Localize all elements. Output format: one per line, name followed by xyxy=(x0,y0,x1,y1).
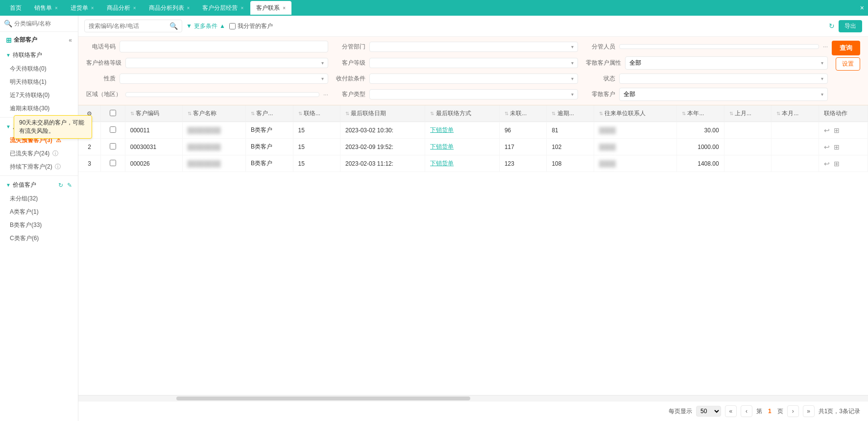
edit-icon[interactable]: ✎ xyxy=(67,182,72,189)
row1-check[interactable] xyxy=(110,126,116,133)
row1-checkbox[interactable] xyxy=(101,122,125,139)
row1-link-icon[interactable]: ↩ xyxy=(824,126,830,134)
close-purchase-icon[interactable]: × xyxy=(91,5,94,11)
price-grade-select[interactable]: ▾ xyxy=(125,58,328,68)
toolbar-search-icon[interactable]: 🔍 xyxy=(169,22,178,30)
col-overdue-sort-icon: ⇅ xyxy=(552,111,555,116)
row2-type: B类客户 xyxy=(246,139,293,155)
nav-tab-home[interactable]: 首页 xyxy=(4,1,27,15)
row3-type: B类客户 xyxy=(246,155,293,172)
row2-method-link[interactable]: 下销货单 xyxy=(430,143,454,150)
export-button[interactable]: 导出 xyxy=(839,20,862,32)
col-overdue[interactable]: ⇅ 逾期... xyxy=(547,105,594,122)
more-filter-button[interactable]: ▼ 更多条件 ▲ xyxy=(186,22,225,30)
col-contact[interactable]: ⇅ 联络... xyxy=(293,105,340,122)
window-close-icon[interactable]: × xyxy=(860,4,864,12)
sidebar-item-a-class[interactable]: A类客户(1) xyxy=(0,205,78,219)
refresh-icon[interactable]: ↻ xyxy=(58,182,63,189)
payment-select[interactable]: ▾ xyxy=(369,74,578,84)
row3-checkbox[interactable] xyxy=(101,155,125,172)
region-select[interactable] xyxy=(125,92,319,97)
col-last-date-sort-icon: ⇅ xyxy=(345,111,349,116)
nav-tab-analysis-list[interactable]: 商品分析列表 × xyxy=(143,1,196,15)
row1-last-method[interactable]: 下销货单 xyxy=(425,122,500,139)
toolbar-search-input[interactable] xyxy=(89,23,168,29)
col-last-date[interactable]: ⇅ 最后联络日期 xyxy=(340,105,425,122)
ungroup-label: 未分组(32) xyxy=(10,195,38,202)
sidebar-group-pending[interactable]: ▼ 待联络客户 xyxy=(0,48,78,62)
sidebar-item-ungroup[interactable]: 未分组(32) xyxy=(0,192,78,205)
row2-checkbox[interactable] xyxy=(101,139,125,155)
sidebar-group-value[interactable]: ▼ 价值客户 ↻ ✎ xyxy=(0,178,78,192)
close-customer-contact-icon[interactable]: × xyxy=(283,5,286,11)
close-analysis-icon[interactable]: × xyxy=(133,5,136,11)
sidebar-item-churned[interactable]: 已流失客户(24) ⓘ xyxy=(0,147,78,160)
row3-last-method[interactable]: 下销货单 xyxy=(425,155,500,172)
row2-check[interactable] xyxy=(110,143,116,149)
row3-check[interactable] xyxy=(110,160,116,166)
customer-type-select[interactable]: ▾ xyxy=(369,89,578,99)
nav-tab-customer-contact[interactable]: 客户联系 × xyxy=(250,1,291,15)
retail-attr-select[interactable]: 全部 ▾ xyxy=(625,56,828,70)
row1-grid-icon[interactable]: ⊞ xyxy=(834,126,840,134)
dept-select[interactable]: ▾ xyxy=(369,42,578,52)
sidebar-item-overdue[interactable]: 逾期未联络(30) xyxy=(0,102,78,115)
manager-select[interactable] xyxy=(619,44,819,49)
page-size-select[interactable]: 50 100 200 xyxy=(696,406,721,417)
status-select[interactable]: ▾ xyxy=(619,74,828,84)
nature-select[interactable]: ▾ xyxy=(120,74,328,84)
row3-link-icon[interactable]: ↩ xyxy=(824,160,830,168)
select-all-checkbox[interactable] xyxy=(110,110,116,116)
col-current-month[interactable]: ⇅ 本月... xyxy=(772,105,819,122)
sidebar-search-input[interactable] xyxy=(14,20,78,27)
manager-dots-icon[interactable]: ··· xyxy=(823,43,828,50)
sidebar-item-declining[interactable]: 持续下滑客户(2) ⓘ xyxy=(0,160,78,173)
row1-method-link[interactable]: 下销货单 xyxy=(430,126,454,133)
sidebar-item-c-class[interactable]: C类客户(6) xyxy=(0,232,78,245)
collapse-icon[interactable]: « xyxy=(69,37,72,44)
col-type[interactable]: ⇅ 客户... xyxy=(246,105,293,122)
row3-grid-icon[interactable]: ⊞ xyxy=(834,160,840,168)
col-contact-person[interactable]: ⇅ 往来单位联系人 xyxy=(594,105,676,122)
phone-input[interactable] xyxy=(120,41,328,52)
next-page-button[interactable]: › xyxy=(787,405,799,417)
nav-tab-purchase[interactable]: 进货单 × xyxy=(65,1,100,15)
retail-select[interactable]: 全部 ▾ xyxy=(619,88,828,101)
my-customers-check[interactable] xyxy=(229,23,236,29)
sidebar-all-customers[interactable]: ⊞ 全部客户 « xyxy=(0,32,78,48)
close-analysis-list-icon[interactable]: × xyxy=(187,5,190,11)
col-checkbox[interactable] xyxy=(101,105,125,122)
filter-panel: 电话号码 分管部门 ▾ 分管人员 xyxy=(78,37,868,105)
close-sales-icon[interactable]: × xyxy=(55,5,58,11)
my-customers-checkbox[interactable]: 我分管的客户 xyxy=(229,22,273,30)
nav-tab-sales[interactable]: 销售单 × xyxy=(28,1,64,15)
scrollbar-thumb[interactable] xyxy=(176,396,470,400)
last-page-button[interactable]: » xyxy=(803,405,815,417)
row2-last-method[interactable]: 下销货单 xyxy=(425,139,500,155)
row3-method-link[interactable]: 下销货单 xyxy=(430,160,454,167)
prev-page-button[interactable]: ‹ xyxy=(741,405,752,417)
region-dots-icon[interactable]: ··· xyxy=(323,91,328,98)
col-no-contact[interactable]: ⇅ 未联... xyxy=(499,105,547,122)
reload-icon[interactable]: ↻ xyxy=(829,22,835,30)
query-button[interactable]: 查询 xyxy=(832,41,860,55)
col-type-sort-icon: ⇅ xyxy=(251,111,255,116)
horizontal-scrollbar[interactable] xyxy=(78,395,868,401)
close-customer-layer-icon[interactable]: × xyxy=(241,5,243,11)
row2-link-icon[interactable]: ↩ xyxy=(824,143,830,151)
sidebar-item-tomorrow[interactable]: 明天待联络(1) xyxy=(0,75,78,89)
row2-grid-icon[interactable]: ⊞ xyxy=(834,143,840,151)
sidebar-item-today[interactable]: 今天待联络(0) xyxy=(0,62,78,75)
nav-tab-analysis[interactable]: 商品分析 × xyxy=(101,1,142,15)
sidebar-item-7days[interactable]: 近7天待联络(0) xyxy=(0,89,78,102)
col-last-method[interactable]: ⇅ 最后联络方式 xyxy=(425,105,500,122)
sidebar-item-b-class[interactable]: B类客户(33) xyxy=(0,219,78,232)
first-page-button[interactable]: « xyxy=(725,405,737,417)
col-name[interactable]: ⇅ 客户名称 xyxy=(182,105,245,122)
col-code[interactable]: ⇅ 客户编码 xyxy=(125,105,182,122)
col-last-month[interactable]: ⇅ 上月... xyxy=(724,105,772,122)
col-current-year[interactable]: ⇅ 本年... xyxy=(677,105,724,122)
customer-grade-select[interactable]: ▾ xyxy=(369,58,578,68)
nav-tab-customer-layer[interactable]: 客户分层经营 × xyxy=(196,1,249,15)
settings-button[interactable]: 设置 xyxy=(836,57,860,71)
